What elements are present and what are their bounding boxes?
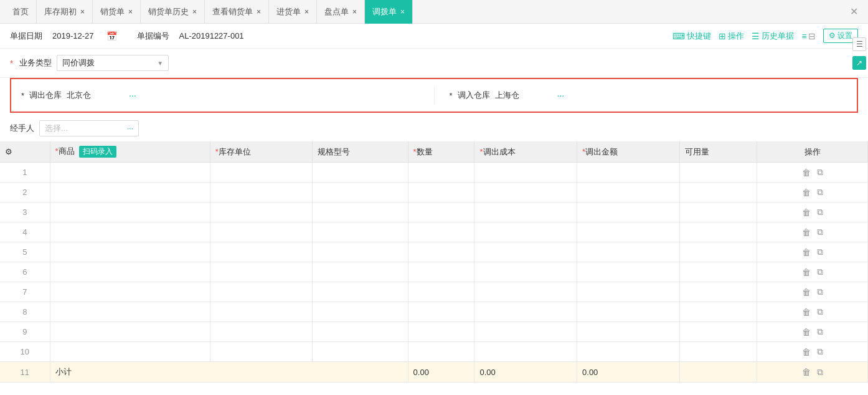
- copy-icon[interactable]: ⧉: [817, 346, 823, 357]
- cell-available[interactable]: [679, 302, 757, 322]
- shortcut-btn[interactable]: ⌨ 快捷键: [672, 31, 711, 42]
- in-warehouse-more-icon[interactable]: ···: [557, 90, 565, 100]
- tab-inventory-init[interactable]: 库存期初 ×: [37, 0, 93, 24]
- copy-icon[interactable]: ⧉: [817, 326, 823, 337]
- cell-cost[interactable]: [474, 202, 577, 222]
- cell-product[interactable]: [50, 183, 210, 202]
- delete-icon[interactable]: 🗑: [802, 168, 811, 178]
- sidebar-export-icon[interactable]: ↗: [852, 56, 866, 70]
- cell-unit[interactable]: [210, 163, 313, 183]
- cell-cost[interactable]: [474, 163, 577, 183]
- cell-unit[interactable]: [210, 322, 313, 342]
- tab-sales-order[interactable]: 销货单 ×: [93, 0, 141, 24]
- copy-icon[interactable]: ⧉: [817, 167, 823, 178]
- cell-available[interactable]: [679, 342, 757, 362]
- cell-unit[interactable]: [210, 202, 313, 222]
- copy-icon[interactable]: ⧉: [817, 287, 823, 297]
- cell-amount[interactable]: [577, 302, 680, 322]
- cell-unit[interactable]: [210, 302, 313, 322]
- cell-amount[interactable]: [577, 282, 680, 302]
- tab-purchase[interactable]: 进货单 ×: [269, 0, 317, 24]
- cell-spec[interactable]: [313, 202, 408, 222]
- cell-available[interactable]: [679, 202, 757, 222]
- handler-field[interactable]: 选择... ···: [39, 120, 139, 136]
- cell-product[interactable]: [50, 242, 210, 262]
- cell-available[interactable]: [679, 242, 757, 262]
- tab-stocktake[interactable]: 盘点单 ×: [317, 0, 365, 24]
- close-icon[interactable]: ×: [257, 7, 261, 16]
- cell-amount[interactable]: [577, 342, 680, 362]
- cell-amount[interactable]: [577, 183, 680, 202]
- cell-available[interactable]: [679, 222, 757, 242]
- history-btn[interactable]: ☰ 历史单据: [752, 31, 794, 42]
- cell-unit[interactable]: [210, 282, 313, 302]
- cell-qty[interactable]: [408, 262, 474, 282]
- cell-cost[interactable]: [474, 302, 577, 322]
- cell-amount[interactable]: [577, 322, 680, 342]
- cell-cost[interactable]: [474, 322, 577, 342]
- delete-icon[interactable]: 🗑: [802, 267, 811, 277]
- cell-amount[interactable]: [577, 163, 680, 183]
- copy-icon[interactable]: ⧉: [817, 227, 823, 237]
- cell-available[interactable]: [679, 183, 757, 202]
- close-icon[interactable]: ×: [192, 7, 197, 16]
- biz-type-field[interactable]: 同价调拨 ▼: [57, 55, 169, 71]
- delete-icon[interactable]: 🗑: [802, 367, 811, 377]
- cell-unit[interactable]: [210, 242, 313, 262]
- copy-icon[interactable]: ⧉: [817, 207, 823, 217]
- operations-btn[interactable]: ⊞ 操作: [719, 31, 744, 42]
- cell-amount[interactable]: [577, 202, 680, 222]
- tab-transfer[interactable]: 调拨单 ×: [365, 0, 413, 24]
- close-icon[interactable]: ×: [400, 7, 405, 16]
- copy-icon[interactable]: ⧉: [817, 307, 823, 317]
- cell-spec[interactable]: [313, 242, 408, 262]
- cell-product[interactable]: [50, 202, 210, 222]
- cell-product[interactable]: [50, 302, 210, 322]
- cell-cost[interactable]: [474, 342, 577, 362]
- cell-amount[interactable]: [577, 222, 680, 242]
- cell-cost[interactable]: [474, 222, 577, 242]
- tab-sales-history[interactable]: 销货单历史 ×: [141, 0, 205, 24]
- cell-spec[interactable]: [313, 183, 408, 202]
- cell-cost[interactable]: [474, 282, 577, 302]
- cell-qty[interactable]: [408, 282, 474, 302]
- cell-spec[interactable]: [313, 222, 408, 242]
- copy-icon[interactable]: ⧉: [817, 187, 823, 198]
- cell-product[interactable]: [50, 282, 210, 302]
- handler-more-icon[interactable]: ···: [127, 124, 133, 133]
- copy-icon[interactable]: ⧉: [817, 367, 823, 378]
- tab-view-sales[interactable]: 查看销货单 ×: [205, 0, 269, 24]
- settings-gear-icon[interactable]: ⚙: [5, 147, 12, 156]
- cell-available[interactable]: [679, 282, 757, 302]
- cell-spec[interactable]: [313, 342, 408, 362]
- cell-qty[interactable]: [408, 222, 474, 242]
- cell-unit[interactable]: [210, 262, 313, 282]
- cell-qty[interactable]: [408, 302, 474, 322]
- cell-available[interactable]: [679, 262, 757, 282]
- cell-qty[interactable]: [408, 183, 474, 202]
- cell-amount[interactable]: [577, 262, 680, 282]
- delete-icon[interactable]: 🗑: [802, 307, 811, 317]
- calendar-icon[interactable]: 📅: [106, 31, 117, 41]
- cell-cost[interactable]: [474, 262, 577, 282]
- delete-icon[interactable]: 🗑: [802, 287, 811, 297]
- copy-icon[interactable]: ⧉: [817, 247, 823, 257]
- delete-icon[interactable]: 🗑: [802, 227, 811, 237]
- close-icon[interactable]: ×: [80, 7, 85, 16]
- sidebar-note-icon[interactable]: ☰: [852, 37, 866, 51]
- cell-product[interactable]: [50, 163, 210, 183]
- delete-icon[interactable]: 🗑: [802, 347, 811, 357]
- cell-spec[interactable]: [313, 163, 408, 183]
- cell-spec[interactable]: [313, 282, 408, 302]
- cell-qty[interactable]: [408, 163, 474, 183]
- cell-qty[interactable]: [408, 322, 474, 342]
- delete-icon[interactable]: 🗑: [802, 327, 811, 337]
- cell-unit[interactable]: [210, 342, 313, 362]
- cell-amount[interactable]: [577, 242, 680, 262]
- cell-available[interactable]: [679, 163, 757, 183]
- cell-spec[interactable]: [313, 322, 408, 342]
- cell-product[interactable]: [50, 342, 210, 362]
- tab-home[interactable]: 首页: [5, 0, 37, 24]
- scan-barcode-button[interactable]: 扫码录入: [79, 146, 116, 158]
- close-icon[interactable]: ×: [304, 7, 309, 16]
